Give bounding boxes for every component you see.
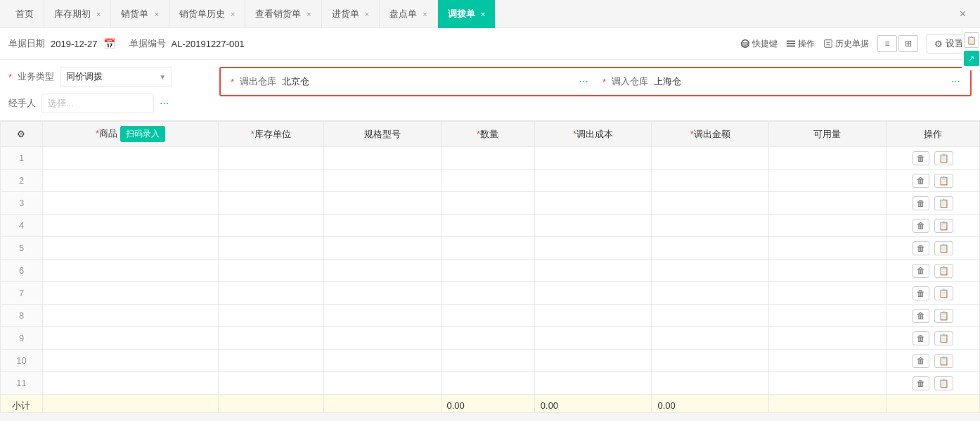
tab-close-inventory-init[interactable]: ×	[96, 10, 101, 18]
copy-btn-11[interactable]: 📋	[934, 376, 953, 390]
cell-cost-10[interactable]	[534, 350, 652, 372]
delete-btn-8[interactable]: 🗑	[913, 309, 929, 323]
cell-product-6[interactable]	[42, 260, 218, 282]
cell-cost-7[interactable]	[534, 282, 652, 305]
cell-unit-10[interactable]	[218, 350, 323, 372]
cell-cost-1[interactable]	[534, 147, 652, 170]
cell-cost-5[interactable]	[534, 237, 652, 260]
cell-product-5[interactable]	[42, 237, 218, 260]
cell-amount-10[interactable]	[652, 350, 769, 372]
cell-cost-4[interactable]	[534, 215, 652, 237]
transfer-in-more-icon[interactable]: ···	[951, 75, 960, 88]
cell-amount-6[interactable]	[652, 260, 769, 282]
cell-available-9[interactable]	[769, 327, 886, 350]
delete-btn-6[interactable]: 🗑	[913, 264, 929, 278]
calendar-icon[interactable]: 📅	[103, 38, 115, 49]
cell-spec-10[interactable]	[323, 350, 441, 372]
cell-available-11[interactable]	[769, 372, 886, 395]
cell-amount-7[interactable]	[652, 282, 769, 305]
list-view-button[interactable]: ≡	[877, 35, 897, 52]
delete-btn-2[interactable]: 🗑	[913, 174, 929, 188]
scan-button[interactable]: 扫码录入	[120, 126, 165, 142]
delete-btn-10[interactable]: 🗑	[913, 354, 929, 368]
tab-purchase[interactable]: 进货单 ×	[322, 0, 380, 28]
delete-btn-7[interactable]: 🗑	[913, 286, 929, 300]
cell-qty-7[interactable]	[441, 282, 534, 305]
cell-unit-9[interactable]	[218, 327, 323, 350]
cell-unit-3[interactable]	[218, 192, 323, 215]
cell-unit-7[interactable]	[218, 282, 323, 305]
cell-available-2[interactable]	[769, 170, 886, 192]
cell-qty-10[interactable]	[441, 350, 534, 372]
cell-product-8[interactable]	[42, 305, 218, 327]
cell-available-5[interactable]	[769, 237, 886, 260]
cell-cost-2[interactable]	[534, 170, 652, 192]
cell-qty-11[interactable]	[441, 372, 534, 395]
tab-transfer[interactable]: 调拨单 ×	[438, 0, 496, 28]
copy-btn-1[interactable]: 📋	[934, 151, 953, 165]
tab-sales-history[interactable]: 销货单历史 ×	[169, 0, 245, 28]
cell-spec-5[interactable]	[323, 237, 441, 260]
tab-close-inventory-check[interactable]: ×	[423, 10, 427, 18]
cell-amount-1[interactable]	[652, 147, 769, 170]
cell-cost-11[interactable]	[534, 372, 652, 395]
copy-btn-9[interactable]: 📋	[934, 331, 953, 345]
copy-btn-5[interactable]: 📋	[934, 241, 953, 255]
copy-btn-6[interactable]: 📋	[934, 264, 953, 278]
cell-unit-11[interactable]	[218, 372, 323, 395]
cell-available-3[interactable]	[769, 192, 886, 215]
cell-available-10[interactable]	[769, 350, 886, 372]
tab-home[interactable]: 首页	[6, 0, 44, 28]
tab-inventory-check[interactable]: 盘点单 ×	[380, 0, 437, 28]
tab-close-transfer[interactable]: ×	[481, 10, 485, 18]
business-type-select[interactable]: 同价调拨 ▼	[60, 67, 172, 87]
cell-available-1[interactable]	[769, 147, 886, 170]
cell-product-10[interactable]	[42, 350, 218, 372]
tab-inventory-init[interactable]: 库存期初 ×	[44, 0, 111, 28]
cell-qty-4[interactable]	[441, 215, 534, 237]
cell-cost-8[interactable]	[534, 305, 652, 327]
cell-spec-1[interactable]	[323, 147, 441, 170]
cell-amount-3[interactable]	[652, 192, 769, 215]
cell-spec-7[interactable]	[323, 282, 441, 305]
copy-btn-4[interactable]: 📋	[934, 219, 953, 233]
cell-spec-3[interactable]	[323, 192, 441, 215]
cell-product-11[interactable]	[42, 372, 218, 395]
th-gear[interactable]: ⚙	[1, 122, 43, 147]
cell-unit-8[interactable]	[218, 305, 323, 327]
tab-close-sales-order[interactable]: ×	[154, 10, 158, 18]
transfer-out-more-icon[interactable]: ···	[579, 75, 588, 88]
cell-available-6[interactable]	[769, 260, 886, 282]
history-action[interactable]: 历史单据	[823, 38, 869, 50]
cell-cost-9[interactable]	[534, 327, 652, 350]
cell-unit-6[interactable]	[218, 260, 323, 282]
tab-close-view-sales[interactable]: ×	[307, 10, 311, 18]
cell-unit-5[interactable]	[218, 237, 323, 260]
copy-btn-8[interactable]: 📋	[934, 309, 953, 323]
cell-unit-4[interactable]	[218, 215, 323, 237]
sidebar-link-icon[interactable]: ↗	[964, 51, 979, 66]
handler-more-icon[interactable]: ···	[160, 97, 169, 110]
sidebar-doc-icon[interactable]: 📋	[964, 32, 979, 48]
tab-sales-order[interactable]: 销货单 ×	[111, 0, 169, 28]
cell-qty-2[interactable]	[441, 170, 534, 192]
window-close-button[interactable]: ×	[951, 8, 974, 20]
cell-qty-3[interactable]	[441, 192, 534, 215]
tab-close-sales-history[interactable]: ×	[231, 10, 235, 18]
cell-amount-11[interactable]	[652, 372, 769, 395]
cell-qty-1[interactable]	[441, 147, 534, 170]
copy-btn-10[interactable]: 📋	[934, 354, 953, 368]
cell-spec-9[interactable]	[323, 327, 441, 350]
cell-product-2[interactable]	[42, 170, 218, 192]
tab-close-purchase[interactable]: ×	[365, 10, 369, 18]
delete-btn-11[interactable]: 🗑	[913, 376, 929, 390]
handler-select[interactable]: 选择...	[41, 94, 154, 113]
cell-spec-4[interactable]	[323, 215, 441, 237]
cell-qty-6[interactable]	[441, 260, 534, 282]
cell-amount-8[interactable]	[652, 305, 769, 327]
shortcut-action[interactable]: ⌨ 快捷键	[740, 38, 778, 50]
cell-spec-2[interactable]	[323, 170, 441, 192]
cell-qty-8[interactable]	[441, 305, 534, 327]
cell-available-4[interactable]	[769, 215, 886, 237]
cell-available-8[interactable]	[769, 305, 886, 327]
